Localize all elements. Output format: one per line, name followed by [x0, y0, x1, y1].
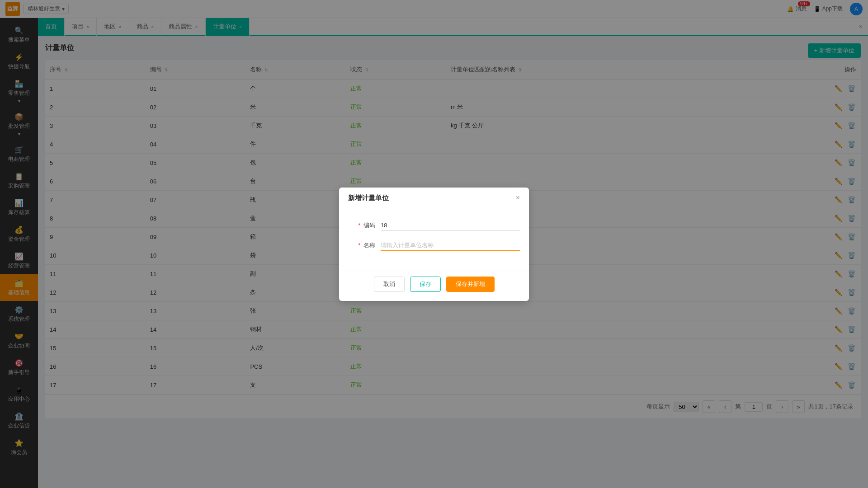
form-row-code: * 编码: [348, 220, 520, 231]
modal-title: 新增计量单位: [348, 194, 389, 202]
save-button[interactable]: 保存: [410, 277, 441, 292]
modal-header: 新增计量单位 ×: [339, 188, 529, 209]
required-star-name: *: [358, 242, 360, 249]
required-star-code: *: [358, 222, 360, 229]
name-input[interactable]: [381, 240, 520, 251]
code-field-label: * 编码: [348, 221, 375, 230]
form-row-name: * 名称: [348, 240, 520, 251]
save-and-new-button[interactable]: 保存并新增: [446, 277, 495, 292]
modal-close-button[interactable]: ×: [516, 194, 520, 202]
modal-body: * 编码 * 名称: [339, 209, 529, 271]
modal-overlay[interactable]: 新增计量单位 × * 编码 * 名称 取消 保存 保存并新增: [0, 0, 868, 488]
name-field-label: * 名称: [348, 241, 375, 249]
code-input[interactable]: [381, 220, 520, 231]
cancel-button[interactable]: 取消: [374, 277, 405, 292]
add-unit-modal: 新增计量单位 × * 编码 * 名称 取消 保存 保存并新增: [339, 188, 529, 301]
modal-footer: 取消 保存 保存并新增: [339, 271, 529, 301]
